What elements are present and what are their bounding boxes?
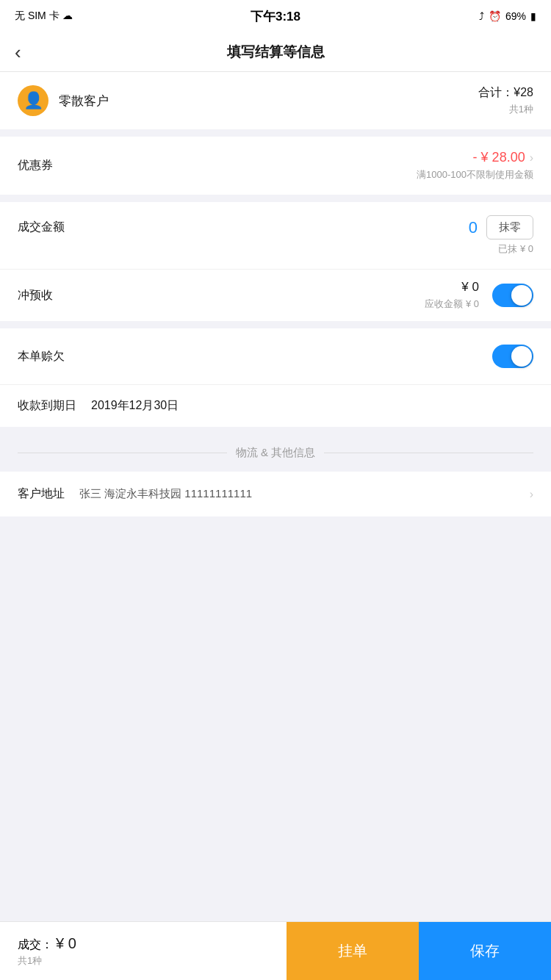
credit-section: 本单赊欠 收款到期日 2019年12月30日 [0,328,551,427]
deal-section: 成交金额 0 抹零 已抹 ¥ 0 冲预收 ¥ 0 应收金额 ¥ 0 [0,202,551,321]
status-right: ⤴ ⏰ 69% ▮ [479,10,536,22]
nav-bar: ‹ 填写结算等信息 [0,32,551,72]
logistics-label: 物流 & 其他信息 [236,446,315,460]
address-chevron-icon: › [530,488,533,501]
logistics-line-right [324,453,533,453]
bottom-deal-label: 成交： [18,937,53,953]
address-section: 客户地址 张三 海淀永丰科技园 11111111111 › [0,472,551,516]
battery-icon: ▮ [530,10,536,22]
save-label: 保存 [470,941,500,961]
address-label: 客户地址 [18,486,65,502]
prepay-amount: ¥ 0 [461,280,479,295]
customer-name: 零散客户 [59,93,109,109]
deal-amount-label: 成交金额 [18,220,65,235]
prepay-toggle[interactable] [492,284,533,307]
address-value: 张三 海淀永丰科技园 11111111111 [79,487,525,501]
bottom-summary: 成交： ¥ 0 共1种 [0,935,287,968]
save-button[interactable]: 保存 [419,922,551,981]
hold-button[interactable]: 挂单 [287,922,419,981]
bottom-deal-line: 成交： ¥ 0 [18,935,269,953]
bottom-spacer [0,524,551,597]
status-left: 无 SIM 卡 ☁ [15,10,73,23]
chevron-right-icon: › [530,151,533,165]
page-title: 填写结算等信息 [227,43,325,62]
bottom-deal-amount: ¥ 0 [56,935,76,952]
coupon-discount: - ¥ 28.00 [473,150,525,165]
prepay-label: 冲预收 [18,288,53,303]
logistics-header: 物流 & 其他信息 [0,434,551,472]
coupon-description: 满1000-100不限制使用金额 [417,168,533,181]
address-row[interactable]: 客户地址 张三 海淀永丰科技园 11111111111 › [0,472,551,516]
logistics-line-left [18,453,227,453]
avatar-icon: 👤 [24,91,43,110]
coupon-section[interactable]: 优惠券 - ¥ 28.00 › 满1000-100不限制使用金额 [0,137,551,195]
toggle-knob [511,285,532,306]
total-count: 共1种 [478,103,533,116]
prepay-row: 冲预收 ¥ 0 应收金额 ¥ 0 [0,269,551,321]
credit-label: 本单赊欠 [18,349,65,364]
status-bar: 无 SIM 卡 ☁ 下午3:18 ⤴ ⏰ 69% ▮ [0,0,551,32]
alarm-icon: ⏰ [489,10,501,22]
credit-toggle-knob [511,346,532,367]
status-time: 下午3:18 [251,8,300,25]
coupon-right: - ¥ 28.00 › 满1000-100不限制使用金额 [417,150,533,181]
no-sim-text: 无 SIM 卡 ☁ [15,10,73,23]
credit-row: 本单赊欠 [0,328,551,384]
deal-amount-wrap: 0 抹零 [469,215,533,239]
prepay-receivable: 应收金额 ¥ 0 [425,298,479,311]
location-icon: ⤴ [479,10,484,22]
credit-toggle[interactable] [492,345,533,368]
deal-amount-row: 成交金额 0 抹零 [0,202,551,242]
due-date-value: 2019年12月30日 [91,398,179,414]
back-button[interactable]: ‹ [15,43,21,62]
bottom-bar: 成交： ¥ 0 共1种 挂单 保存 [0,921,551,980]
coupon-row[interactable]: 优惠券 - ¥ 28.00 › 满1000-100不限制使用金额 [0,137,551,195]
customer-right: 合计：¥28 共1种 [478,85,533,116]
coupon-label: 优惠券 [18,158,53,173]
due-date-row: 收款到期日 2019年12月30日 [0,384,551,427]
prepay-right: ¥ 0 应收金额 ¥ 0 [425,280,479,311]
customer-left: 👤 零散客户 [18,85,109,116]
hold-label: 挂单 [338,941,367,961]
customer-row: 👤 零散客户 合计：¥28 共1种 [0,72,551,129]
total-amount: 合计：¥28 [478,85,533,101]
bottom-deal-count: 共1种 [18,954,269,968]
deal-sub-text: 已抹 ¥ 0 [0,242,551,269]
battery-text: 69% [505,10,526,22]
deal-amount-value[interactable]: 0 [469,218,478,237]
due-date-label: 收款到期日 [18,398,76,414]
customer-section: 👤 零散客户 合计：¥28 共1种 [0,72,551,129]
avatar: 👤 [18,85,48,116]
round-zero-button[interactable]: 抹零 [486,215,533,239]
